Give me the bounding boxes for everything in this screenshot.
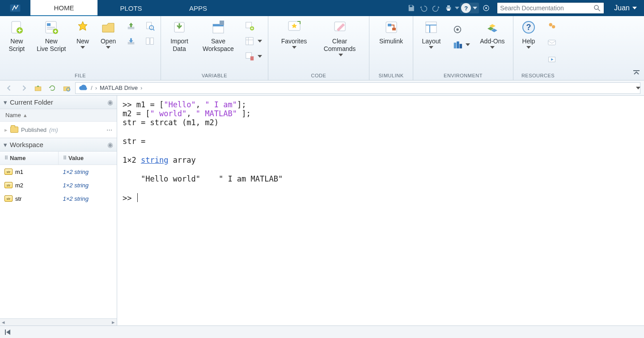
status-bar [0,325,644,338]
address-history-dropdown[interactable] [636,87,640,89]
learn-matlab-icon[interactable] [546,54,558,66]
breadcrumb-matlab-drive[interactable]: MATLAB Drive [100,84,138,91]
svg-point-43 [456,28,459,31]
search-icon [593,4,601,12]
import-data-button[interactable]: Import Data [165,19,193,53]
workspace-header[interactable]: ▾ Workspace ◉ [0,138,117,152]
text-cursor [137,193,138,202]
search-documentation[interactable] [497,2,604,14]
svg-rect-45 [457,42,459,49]
user-menu[interactable]: Juan [607,0,644,16]
download-icon[interactable] [125,35,137,47]
undo-icon[interactable] [417,0,430,16]
section-resources-label: RESOURCES [518,72,558,80]
minimize-toolstrip-icon[interactable] [632,70,640,77]
console-output: str = [123,137,639,146]
svg-point-49 [549,23,552,26]
console-prompt: >> [123,193,639,203]
collapse-icon: ▾ [4,98,7,106]
addons-button[interactable]: Add-Ons [476,19,508,49]
chevron-right-icon: › [95,84,97,91]
panel-menu-icon[interactable]: ◉ [107,141,113,149]
string-var-icon: str [4,195,13,202]
svg-rect-3 [447,5,450,7]
refresh-icon[interactable] [47,82,58,94]
svg-rect-37 [388,24,391,26]
current-folder-header[interactable]: ▾ Current Folder ◉ [0,96,117,109]
favorites-button[interactable]: Favorites [276,19,312,49]
qa-dropdown-icon[interactable] [455,7,459,9]
string-type-link[interactable]: string [141,156,168,165]
open-variable-icon[interactable] [243,35,256,47]
quick-access: ? [403,0,494,16]
layout-button[interactable]: Layout [418,19,445,49]
side-scrollbar[interactable]: ◂▸ [0,318,117,325]
preferences-icon[interactable] [451,23,464,36]
new-live-script-button[interactable]: New Live Script [35,19,68,53]
upload-icon[interactable] [125,20,137,32]
up-folder-icon[interactable] [32,82,44,94]
set-path-icon[interactable] [451,38,464,51]
nav-forward-icon[interactable] [18,82,30,94]
svg-rect-12 [47,23,51,26]
console-line: str = strcat (m1, m2) [123,118,639,127]
cf-name-header[interactable]: Name▴ [0,109,117,122]
section-code-label: CODE [273,72,364,80]
svg-rect-29 [246,38,254,45]
request-support-icon[interactable] [546,37,558,49]
compare-icon[interactable] [144,35,156,47]
goto-start-icon[interactable] [4,329,12,335]
svg-rect-39 [426,22,436,33]
svg-marker-59 [6,330,10,335]
breadcrumb[interactable]: / › MATLAB Drive › [75,82,640,94]
svg-rect-1 [410,5,412,7]
community-icon[interactable] [480,0,492,16]
svg-rect-36 [386,22,397,33]
section-file-label: FILE [4,72,156,80]
clear-workspace-icon[interactable] [243,50,256,63]
print-icon[interactable] [442,0,455,16]
svg-point-6 [485,7,487,9]
help-dropdown[interactable]: ? [460,3,479,13]
folder-row-published[interactable]: ▸ Published(m) ⋯ [0,123,117,136]
workspace-row[interactable]: strm1 1×2 string [0,165,117,178]
section-simulink-label: SIMULINK [374,72,408,80]
svg-point-50 [552,25,555,28]
nav-back-icon[interactable] [4,82,15,94]
tab-home[interactable]: HOME [30,0,97,16]
svg-rect-44 [454,42,457,48]
community2-icon[interactable] [546,20,558,32]
toolstrip: New Script New Live Script New Open [0,16,644,80]
help-button[interactable]: ? Help [518,19,539,49]
svg-rect-38 [392,28,396,30]
tab-apps[interactable]: APPS [165,0,232,16]
matlab-logo-icon [0,0,30,16]
console-line: m2 = [" world", " MATLAB" ]; [123,109,639,118]
ws-col-name[interactable]: ⠿Name [0,152,59,165]
browse-folder-icon[interactable] [61,82,72,94]
new-script-button[interactable]: New Script [4,19,29,53]
clear-commands-button[interactable]: Clear Commands [318,19,361,56]
new-button[interactable]: New [74,19,92,49]
redo-icon[interactable] [430,0,442,16]
find-files-icon[interactable] [144,20,156,32]
tab-plots[interactable]: PLOTS [97,0,165,16]
open-button[interactable]: Open [98,19,119,49]
chevron-right-icon: › [140,84,142,91]
command-window[interactable]: >> m1 = ["Hello", " I am"]; m2 = [" worl… [117,96,644,325]
svg-rect-26 [220,21,224,25]
ws-col-value[interactable]: ⠿Value [59,152,117,165]
workspace-row[interactable]: strm2 1×2 string [0,178,117,192]
svg-rect-21 [146,38,149,45]
workspace-row[interactable]: strstr 1×2 string [0,192,117,205]
save-workspace-button[interactable]: Save Workspace [199,19,237,53]
search-input[interactable] [500,4,593,12]
save-icon[interactable] [405,0,417,16]
new-variable-icon[interactable] [243,20,256,32]
panel-menu-icon[interactable]: ◉ [107,98,113,106]
simulink-button[interactable]: Simulink [374,19,408,45]
workspace-columns: ⠿Name ⠿Value [0,152,117,165]
cloud-icon [78,84,88,92]
string-var-icon: str [4,182,13,188]
section-variable-label: VARIABLE [165,72,263,80]
